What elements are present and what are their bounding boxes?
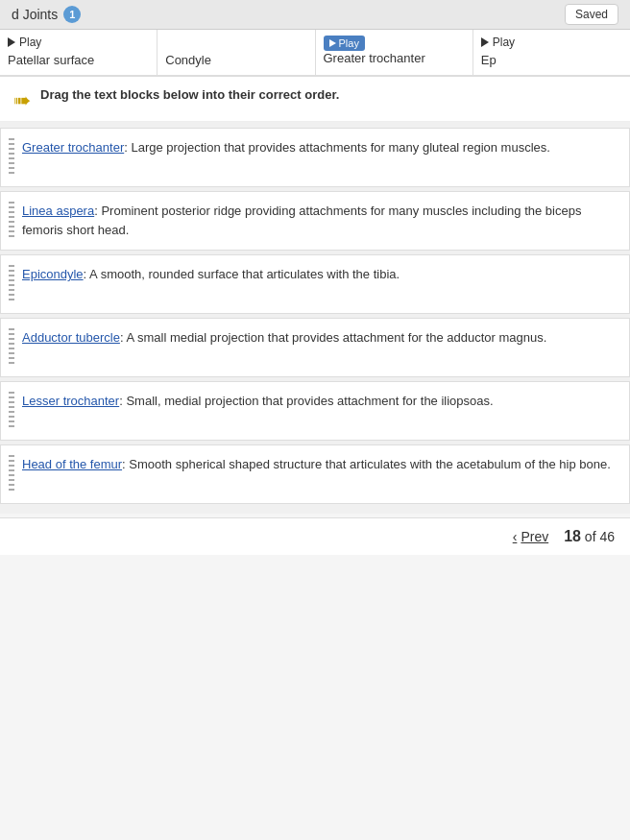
list-item[interactable]: Linea aspera: Prominent posterior ridge …: [0, 191, 630, 251]
arrow-icon: ➠: [13, 88, 31, 113]
card-text: Head of the femur: Smooth spherical shap…: [22, 455, 618, 474]
drag-handle-icon: [9, 455, 14, 493]
card-description: : Prominent posterior ridge providing at…: [22, 204, 581, 237]
list-item[interactable]: Epicondyle: A smooth, rounded surface th…: [0, 254, 630, 314]
play-button-ep[interactable]: Play: [481, 36, 515, 49]
card-text: Adductor tubercle: A small medial projec…: [22, 328, 618, 348]
play-button-patellar[interactable]: Play: [8, 36, 41, 49]
card-text: Lesser trochanter: Small, medial project…: [22, 392, 618, 411]
card-text: Linea aspera: Prominent posterior ridge …: [22, 202, 618, 239]
drag-handle-icon: [9, 265, 14, 303]
carousel-label-patellar: Patellar surface: [8, 53, 94, 67]
drag-handle-icon: [9, 392, 14, 430]
card-description: : Small, medial projection that provides…: [119, 394, 493, 408]
play-triangle-icon: [8, 37, 15, 47]
carousel-row: Play Patellar surface Play Condyle Play …: [0, 30, 630, 77]
carousel-item-ep[interactable]: Play Ep: [473, 30, 630, 75]
instruction-text: Drag the text blocks below into their co…: [40, 86, 339, 104]
carousel-label-condyle: Condyle: [165, 53, 211, 67]
card-term: Greater trochanter: [22, 140, 124, 155]
carousel-item-patellar[interactable]: Play Patellar surface: [0, 30, 158, 75]
drag-handle-icon: [9, 138, 14, 177]
drag-handle-icon: [9, 328, 14, 367]
carousel-label-greater-trochanter: Greater trochanter: [324, 51, 425, 65]
top-bar: d Joints 1 Saved: [0, 0, 630, 30]
play-label-greater-trochanter: Play: [339, 37, 359, 49]
page-current: 18: [564, 528, 581, 544]
chevron-left-icon: ‹: [513, 529, 518, 544]
app-title: d Joints: [12, 7, 58, 22]
card-term: Adductor tubercle: [22, 330, 120, 345]
card-term: Head of the femur: [22, 457, 122, 471]
list-item[interactable]: Adductor tubercle: A small medial projec…: [0, 318, 630, 377]
drag-handle-icon: [9, 202, 14, 240]
cards-container: Greater trochanter: Large projection tha…: [0, 122, 630, 514]
play-button-greater-trochanter[interactable]: Play: [324, 36, 365, 51]
card-term: Linea aspera: [22, 204, 94, 218]
play-triangle-icon-blue: [329, 39, 336, 47]
card-description: : Smooth spherical shaped structure that…: [122, 457, 611, 471]
play-label-patellar: Play: [19, 36, 41, 49]
carousel-label-ep: Ep: [481, 53, 497, 67]
page-of: of 46: [585, 529, 615, 544]
card-description: : A smooth, rounded surface that articul…: [84, 267, 400, 281]
saved-button[interactable]: Saved: [565, 4, 618, 25]
card-text: Greater trochanter: Large projection tha…: [22, 138, 618, 157]
play-label-ep: Play: [493, 36, 515, 49]
badge: 1: [63, 6, 81, 23]
instruction-area: ➠ Drag the text blocks below into their …: [0, 77, 630, 122]
card-description: : A small medial projection that provide…: [120, 330, 546, 345]
prev-label: Prev: [521, 529, 548, 544]
play-triangle-icon-ep: [481, 37, 489, 47]
prev-button[interactable]: ‹ Prev: [513, 529, 548, 544]
page-info: 18 of 46: [564, 528, 615, 545]
carousel-item-greater-trochanter[interactable]: Play Greater trochanter: [316, 30, 473, 75]
card-description: : Large projection that provides attachm…: [124, 140, 550, 155]
card-term: Lesser trochanter: [22, 394, 119, 408]
list-item[interactable]: Head of the femur: Smooth spherical shap…: [0, 444, 630, 504]
top-bar-left: d Joints 1: [12, 6, 81, 23]
list-item[interactable]: Greater trochanter: Large projection tha…: [0, 128, 630, 187]
carousel-item-condyle[interactable]: Play Condyle: [158, 30, 315, 75]
list-item[interactable]: Lesser trochanter: Small, medial project…: [0, 381, 630, 441]
card-term: Epicondyle: [22, 267, 84, 281]
bottom-nav: ‹ Prev 18 of 46: [0, 517, 630, 555]
card-text: Epicondyle: A smooth, rounded surface th…: [22, 265, 618, 284]
